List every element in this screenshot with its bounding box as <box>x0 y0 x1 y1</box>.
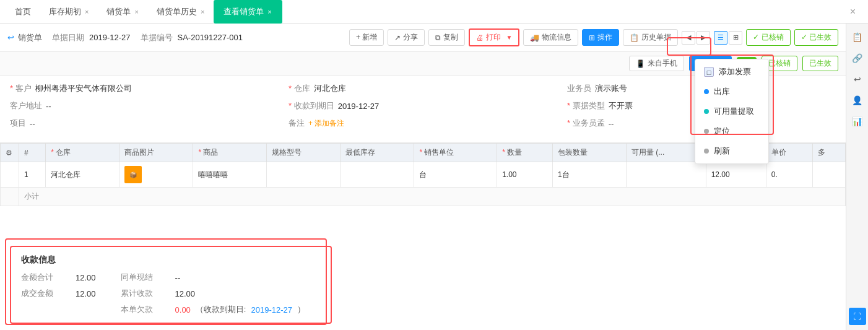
add-note-button[interactable]: + 添加备注 <box>308 118 344 129</box>
col-pack-qty: 包装数量 <box>552 144 626 162</box>
print-button[interactable]: 🖨 打印 ▼ <box>469 28 519 46</box>
subtotal-row: 小计 <box>1 188 846 206</box>
available-qty-dot <box>704 109 709 114</box>
outbound-dot <box>704 89 709 94</box>
new-button[interactable]: + 新增 <box>349 29 384 46</box>
dropdown-locate[interactable]: 定位 <box>695 121 768 141</box>
tab-sales-order[interactable]: 销货单 × <box>98 0 147 24</box>
ops-dropdown-menu: □ 添加发票 出库 可用量提取 定位 刷新 <box>695 59 769 164</box>
customer-field: 客户 柳州粤港平安气体有限公司 <box>10 83 279 94</box>
warehouse-field: 仓库 河北仓库 <box>289 83 557 94</box>
next-button[interactable]: ▶ <box>697 31 710 45</box>
tab-sales-history[interactable]: 销货单历史 × <box>148 0 214 24</box>
row-available <box>626 162 706 188</box>
payment-title: 收款信息 <box>21 254 321 266</box>
tab-inventory-init[interactable]: 库存期初 × <box>40 0 98 24</box>
close-sales-tab[interactable]: × <box>134 8 138 15</box>
row-image: 📦 <box>119 162 193 188</box>
note-field: 备注 + 添加备注 <box>289 118 557 129</box>
grid-view-btn[interactable]: ⊞ <box>729 31 742 45</box>
add-invoice-icon: □ <box>704 67 714 77</box>
share-icon: ↗ <box>394 33 401 42</box>
dropdown-arrow: ▼ <box>506 34 512 41</box>
col-warehouse: * 仓库 <box>46 144 119 162</box>
row-pack-qty: 1台 <box>552 162 626 188</box>
prev-button[interactable]: ◀ <box>682 31 695 45</box>
sidebar-icon-5[interactable]: 📊 <box>849 113 866 130</box>
settings-icon: ⚙ <box>6 149 12 157</box>
col-quantity: * 数量 <box>497 144 553 162</box>
table-row: 1 河北仓库 📦 嘻嘻嘻嘻 台 1.00 1台 12.00 0. <box>1 162 846 188</box>
right-sidebar: 📋 🔗 ↩ 👤 📊 ⛶ <box>846 24 868 330</box>
close-inventory-tab[interactable]: × <box>85 8 89 15</box>
row-spec <box>267 162 341 188</box>
tab-home[interactable]: 首页 <box>6 0 40 24</box>
sidebar-icon-2[interactable]: 🔗 <box>849 50 866 67</box>
row-price: 0. <box>766 162 812 188</box>
project-field: 项目 -- <box>10 118 279 129</box>
effect-status-button[interactable]: 已生效 <box>802 56 838 71</box>
doc-number-field: 单据编号 SA-20191227-001 <box>141 32 243 43</box>
sidebar-icon-3[interactable]: ↩ <box>849 71 866 88</box>
row-gear <box>1 162 19 188</box>
sidebar-icon-4[interactable]: 👤 <box>849 92 866 109</box>
col-min-stock: 最低库存 <box>341 144 414 162</box>
effect-button[interactable]: ✓ 已生效 <box>794 29 838 46</box>
doc-icon: ↩ <box>7 33 14 42</box>
row-more <box>812 162 845 188</box>
phone-icon: 📱 <box>636 59 645 68</box>
col-more: 多 <box>812 144 845 162</box>
copy-icon: ⧉ <box>435 33 441 42</box>
row-seq: 1 <box>19 162 46 188</box>
product-image: 📦 <box>124 166 142 183</box>
close-all-tabs[interactable]: × <box>844 6 862 17</box>
ops-button[interactable]: ⊞ 操作 <box>582 29 619 46</box>
payment-rows: 金额合计 12.00 成交金额 12.00 同单现结 -- 累计收款 <box>21 272 321 315</box>
list-view-btn[interactable]: ☰ <box>714 31 727 45</box>
dropdown-add-invoice[interactable]: □ 添加发票 <box>695 62 768 82</box>
print-icon: 🖨 <box>476 33 484 42</box>
sidebar-icon-1[interactable]: 📋 <box>849 28 866 46</box>
row-warehouse: 河北仓库 <box>46 162 119 188</box>
expand-icon[interactable]: ⛶ <box>849 308 866 325</box>
tab-bar: 首页 库存期初 × 销货单 × 销货单历史 × 查看销货单 × × <box>0 0 868 24</box>
history-button[interactable]: 📋 历史单据 <box>623 29 678 46</box>
refresh-dot <box>704 149 709 154</box>
row-quantity: 1.00 <box>497 162 553 188</box>
balance-due-row: 本单欠款 0.00 （收款到期日: 2019-12-27 ） <box>121 304 305 315</box>
row-unit: 台 <box>414 162 497 188</box>
col-product: * 商品 <box>193 144 267 162</box>
ops-icon: ⊞ <box>589 33 595 42</box>
row-product: 嘻嘻嘻嘻 <box>193 162 267 188</box>
payment-col-right: 同单现结 -- 累计收款 12.00 本单欠款 0.00 （收款到期日: 201… <box>121 272 305 315</box>
doc-date-field: 单据日期 2019-12-27 <box>52 32 131 43</box>
tab-view-sales[interactable]: 查看销货单 × <box>214 0 282 24</box>
dropdown-refresh[interactable]: 刷新 <box>695 141 768 161</box>
from-phone-button[interactable]: 📱 来自手机 <box>629 56 684 71</box>
subtotal-label: 小计 <box>19 188 846 206</box>
col-price: 单价 <box>766 144 812 162</box>
logistics-button[interactable]: 🚚 物流信息 <box>523 29 578 46</box>
row-min-stock <box>341 162 414 188</box>
amount-total-row: 金额合计 12.00 <box>21 272 96 283</box>
due-date-field: 收款到期日 2019-12-27 <box>289 100 557 111</box>
close-view-sales-tab[interactable]: × <box>267 8 271 15</box>
copy-button[interactable]: ⧉ 复制 <box>428 29 465 46</box>
payment-section: 收款信息 金额合计 12.00 成交金额 12.00 同单现结 -- <box>10 246 332 324</box>
row-stock: 12.00 <box>706 162 766 188</box>
dropdown-outbound[interactable]: 出库 <box>695 82 768 102</box>
payment-col-left: 金额合计 12.00 成交金额 12.00 <box>21 272 96 315</box>
deal-amount-row: 成交金额 12.00 <box>21 288 96 299</box>
share-button[interactable]: ↗ 分享 <box>388 29 425 46</box>
col-gear: ⚙ <box>1 144 19 162</box>
col-seq: # <box>19 144 46 162</box>
history-icon: 📋 <box>630 33 639 42</box>
same-order-settle-row: 同单现结 -- <box>121 272 305 283</box>
toolbar: + 新增 ↗ 分享 ⧉ 复制 🖨 打印 ▼ 🚚 物流信息 <box>349 28 838 46</box>
col-available: 可用量 (... <box>626 144 706 162</box>
sold-button[interactable]: ✓ 已核销 <box>746 29 790 46</box>
dropdown-available-qty[interactable]: 可用量提取 <box>695 102 768 121</box>
col-unit: * 销售单位 <box>414 144 497 162</box>
close-history-tab[interactable]: × <box>201 8 204 15</box>
locate-dot <box>704 129 709 134</box>
